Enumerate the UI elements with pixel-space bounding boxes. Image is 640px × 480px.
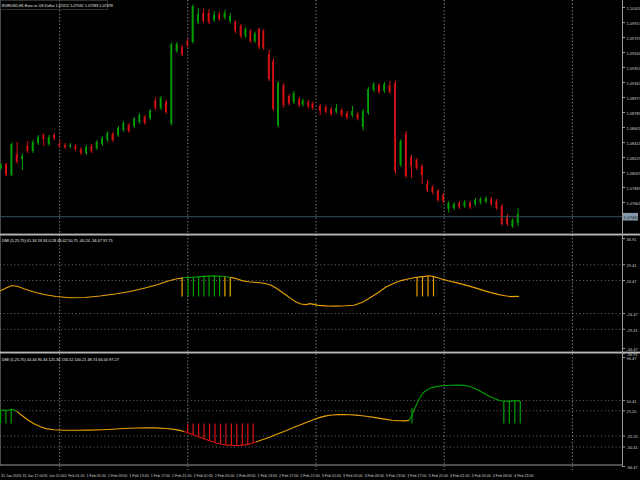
- svg-text:29.41: 29.41: [627, 263, 637, 268]
- svg-text:1 Feb 17:00: 1 Feb 17:00: [151, 474, 170, 478]
- svg-text:1.08977: 1.08977: [627, 96, 640, 101]
- svg-text:-24.47: -24.47: [627, 312, 638, 317]
- svg-text:1.07661: 1.07661: [627, 201, 640, 206]
- svg-text:50.41: 50.41: [627, 399, 637, 404]
- svg-text:1 Feb 09:00: 1 Feb 09:00: [108, 474, 127, 478]
- svg-text:1.09541: 1.09541: [627, 51, 640, 56]
- svg-text:DMI (5,25,75) 44.44 95.34 125: DMI (5,25,75) 44.44 95.34 125.36 156.52 …: [2, 357, 119, 362]
- svg-text:1.09165: 1.09165: [627, 81, 640, 86]
- svg-text:3 Feb 09:00: 3 Feb 09:00: [365, 474, 384, 478]
- svg-text:-29.41: -29.41: [627, 328, 638, 333]
- svg-text:2 Feb 01:00: 2 Feb 01:00: [193, 474, 212, 478]
- svg-text:-50.41: -50.41: [627, 445, 638, 450]
- svg-text:36.91: 36.91: [627, 237, 637, 242]
- svg-text:1.10105: 1.10105: [627, 6, 640, 11]
- svg-text:-96.47: -96.47: [627, 465, 638, 470]
- svg-text:1 Feb 21:00: 1 Feb 21:00: [172, 474, 191, 478]
- svg-text:1.08413: 1.08413: [627, 141, 640, 146]
- svg-text:2 Feb 05:00: 2 Feb 05:00: [215, 474, 234, 478]
- svg-text:1.09917: 1.09917: [627, 21, 640, 26]
- svg-text:1.08789: 1.08789: [627, 111, 640, 116]
- svg-text:DMI (5,25,75) 61.34 19.34 0.2: DMI (5,25,75) 61.34 19.34 0.28 49.42 50.…: [2, 238, 113, 243]
- svg-text:1.08601: 1.08601: [627, 126, 640, 131]
- svg-text:3 Feb 01:00: 3 Feb 01:00: [322, 474, 341, 478]
- svg-text:4 Feb 05:00: 4 Feb 05:00: [471, 474, 490, 478]
- svg-text:3 Feb 13:00: 3 Feb 13:00: [386, 474, 405, 478]
- svg-text:EURUSD,H1 Euro vs US Dollar: EURUSD,H1 Euro vs US Dollar 1.07412 1.07…: [2, 4, 113, 8]
- svg-text:1.09729: 1.09729: [627, 36, 640, 41]
- svg-text:96.47: 96.47: [627, 356, 637, 361]
- svg-text:-25.20: -25.20: [627, 434, 639, 439]
- svg-text:4 Feb 01:00: 4 Feb 01:00: [450, 474, 469, 478]
- svg-text:4 Feb 09:00: 4 Feb 09:00: [493, 474, 512, 478]
- svg-text:4 Feb 23:00: 4 Feb 23:00: [514, 474, 533, 478]
- svg-text:31 Jan 2023: 31 Jan 2023: [1, 474, 21, 478]
- svg-text:2 Feb 13:00: 2 Feb 13:00: [258, 474, 277, 478]
- svg-text:3 Feb 17:00: 3 Feb 17:00: [407, 474, 426, 478]
- svg-text:2 Feb 21:00: 2 Feb 21:00: [300, 474, 319, 478]
- svg-text:25.20: 25.20: [627, 409, 638, 414]
- svg-text:3 Feb 21:00: 3 Feb 21:00: [429, 474, 448, 478]
- svg-text:1.09353: 1.09353: [627, 66, 640, 71]
- svg-text:1 Feb 01:00: 1 Feb 01:00: [65, 474, 84, 478]
- svg-text:24.47: 24.47: [627, 279, 637, 284]
- svg-text:1.07483: 1.07483: [624, 215, 640, 220]
- svg-text:-34.47: -34.47: [627, 347, 638, 352]
- svg-text:1 Feb 05:00: 1 Feb 05:00: [87, 474, 106, 478]
- svg-text:1.08037: 1.08037: [627, 171, 640, 176]
- svg-text:1.08225: 1.08225: [627, 156, 640, 161]
- svg-text:1.07849: 1.07849: [627, 186, 640, 191]
- svg-text:31 Jan 21:00: 31 Jan 21:00: [44, 474, 65, 478]
- svg-text:1 Feb 13:00: 1 Feb 13:00: [129, 474, 148, 478]
- svg-text:2 Feb 09:00: 2 Feb 09:00: [236, 474, 255, 478]
- svg-text:3 Feb 05:00: 3 Feb 05:00: [343, 474, 362, 478]
- svg-text:31 Jan 17:00: 31 Jan 17:00: [22, 474, 43, 478]
- svg-text:2 Feb 17:00: 2 Feb 17:00: [279, 474, 298, 478]
